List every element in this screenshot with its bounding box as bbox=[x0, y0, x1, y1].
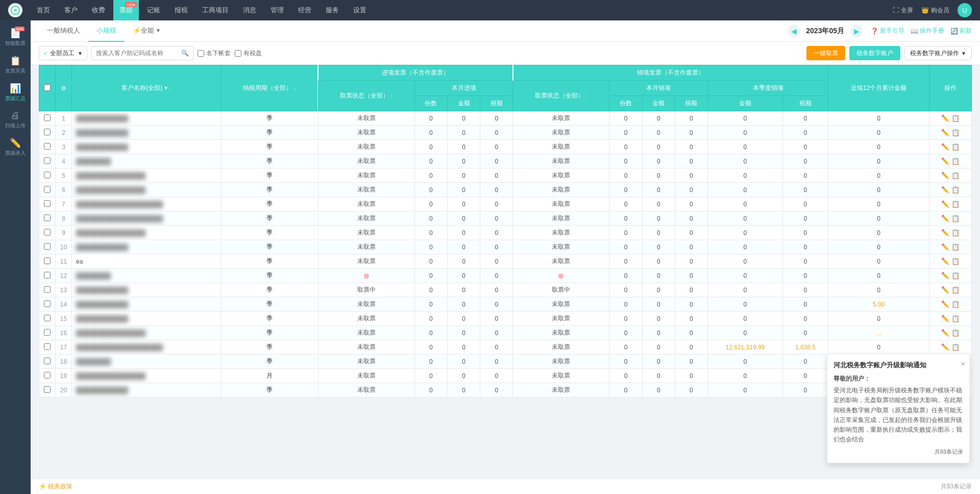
row-checkbox[interactable] bbox=[44, 372, 51, 379]
row-checkbox[interactable] bbox=[44, 157, 51, 164]
sidebar-item-smart-fetch[interactable]: 📄 智能取票 new bbox=[2, 25, 29, 50]
nav-accounting[interactable]: 记账 bbox=[141, 0, 166, 20]
row-select-cell[interactable] bbox=[39, 297, 56, 312]
manual-btn[interactable]: 📖 操作手册 bbox=[911, 27, 944, 35]
row-select-cell[interactable] bbox=[39, 326, 56, 340]
copy-icon[interactable]: 📋 bbox=[951, 143, 960, 151]
copy-icon[interactable]: 📋 bbox=[951, 129, 960, 136]
nav-tax[interactable]: 报税 bbox=[168, 0, 194, 20]
logo[interactable] bbox=[8, 3, 22, 17]
edit-icon[interactable]: ✏️ bbox=[941, 343, 949, 351]
row-checkbox[interactable] bbox=[44, 300, 51, 307]
notification-close-btn[interactable]: × bbox=[961, 358, 965, 369]
copy-icon[interactable]: 📋 bbox=[951, 243, 960, 251]
nav-ticket[interactable]: 票据 new bbox=[113, 0, 139, 20]
sidebar-item-invoice-entry[interactable]: ✏️ 票据录入 bbox=[2, 134, 29, 160]
row-checkbox[interactable] bbox=[44, 129, 51, 135]
row-checkbox[interactable] bbox=[44, 315, 51, 321]
nav-operation[interactable]: 经营 bbox=[292, 0, 317, 20]
row-checkbox[interactable] bbox=[44, 186, 51, 193]
row-checkbox[interactable] bbox=[44, 343, 51, 350]
edit-icon[interactable]: ✏️ bbox=[941, 315, 949, 322]
row-select-cell[interactable] bbox=[39, 183, 56, 197]
copy-icon[interactable]: 📋 bbox=[951, 272, 960, 279]
nav-customer[interactable]: 客户 bbox=[58, 0, 84, 20]
edit-icon[interactable]: ✏️ bbox=[941, 272, 949, 279]
edit-icon[interactable]: ✏️ bbox=[941, 229, 949, 237]
fullscreen-btn[interactable]: ⛶ 全屏 bbox=[893, 6, 913, 15]
employee-select[interactable]: ✓ 全部员工 ▼ bbox=[39, 46, 87, 60]
edit-icon[interactable]: ✏️ bbox=[941, 257, 949, 265]
select-all-col[interactable] bbox=[39, 65, 56, 111]
row-select-cell[interactable] bbox=[39, 211, 56, 226]
next-month-btn[interactable]: ▶ bbox=[850, 25, 863, 37]
tax-policy-link[interactable]: ⚡ 税务政策 bbox=[39, 482, 72, 491]
nav-manage[interactable]: 管理 bbox=[264, 0, 290, 20]
row-select-cell[interactable] bbox=[39, 269, 56, 283]
in-status-col[interactable]: 取票状态（全部） bbox=[318, 81, 414, 111]
nav-message[interactable]: 消息 bbox=[237, 0, 262, 20]
one-click-fetch-btn[interactable]: 一键取票 bbox=[806, 46, 845, 60]
row-select-cell[interactable] bbox=[39, 312, 56, 326]
nav-home[interactable]: 首页 bbox=[31, 0, 56, 20]
customer-name-col[interactable]: 客户名称(全部) ▾ bbox=[72, 65, 222, 111]
tab-general-taxpayer[interactable]: 一般纳税人 bbox=[39, 20, 88, 42]
row-checkbox[interactable] bbox=[44, 114, 51, 121]
copy-icon[interactable]: 📋 bbox=[951, 215, 960, 222]
edit-icon[interactable]: ✏️ bbox=[941, 186, 949, 194]
refresh-btn[interactable]: 🔄 刷新 bbox=[950, 27, 972, 35]
nav-settings[interactable]: 设置 bbox=[347, 0, 373, 20]
row-checkbox[interactable] bbox=[44, 215, 51, 221]
under-account-checkbox[interactable]: 名下帐套 bbox=[198, 49, 231, 58]
row-checkbox[interactable] bbox=[44, 229, 51, 236]
copy-icon[interactable]: 📋 bbox=[951, 157, 960, 165]
edit-icon[interactable]: ✏️ bbox=[941, 200, 949, 208]
row-checkbox[interactable] bbox=[44, 272, 51, 278]
copy-icon[interactable]: 📋 bbox=[951, 229, 960, 237]
nav-fee[interactable]: 收费 bbox=[86, 0, 111, 20]
row-checkbox[interactable] bbox=[44, 358, 51, 364]
edit-icon[interactable]: ✏️ bbox=[941, 172, 949, 179]
sidebar-item-invoice-summary[interactable]: 📊 票据汇总 bbox=[2, 80, 29, 105]
row-checkbox[interactable] bbox=[44, 200, 51, 207]
copy-icon[interactable]: 📋 bbox=[951, 329, 960, 337]
tab-small-scale[interactable]: 小规模 bbox=[88, 20, 125, 42]
select-all-checkbox[interactable] bbox=[44, 84, 51, 91]
customer-search[interactable]: 🔍 bbox=[91, 46, 193, 60]
edit-icon[interactable]: ✏️ bbox=[941, 114, 949, 122]
tax-digital-operate-btn[interactable]: 税务数字账户操作 ▼ bbox=[904, 46, 972, 60]
row-select-cell[interactable] bbox=[39, 240, 56, 254]
row-select-cell[interactable] bbox=[39, 197, 56, 211]
row-checkbox[interactable] bbox=[44, 243, 51, 250]
edit-icon[interactable]: ✏️ bbox=[941, 143, 949, 151]
search-input[interactable] bbox=[96, 50, 179, 57]
row-checkbox[interactable] bbox=[44, 143, 51, 150]
row-select-cell[interactable] bbox=[39, 126, 56, 140]
copy-icon[interactable]: 📋 bbox=[951, 200, 960, 208]
row-checkbox[interactable] bbox=[44, 286, 51, 293]
row-checkbox[interactable] bbox=[44, 386, 51, 393]
avatar[interactable]: U bbox=[958, 3, 972, 17]
row-select-cell[interactable] bbox=[39, 111, 56, 126]
copy-icon[interactable]: 📋 bbox=[951, 315, 960, 322]
row-checkbox[interactable] bbox=[44, 257, 51, 264]
tax-digital-account-btn[interactable]: 税务数字账户 bbox=[849, 46, 900, 60]
row-select-cell[interactable] bbox=[39, 226, 56, 240]
has-tax-disk-check[interactable] bbox=[235, 50, 241, 57]
row-select-cell[interactable] bbox=[39, 254, 56, 269]
under-account-check[interactable] bbox=[198, 50, 204, 57]
edit-icon[interactable]: ✏️ bbox=[941, 286, 949, 294]
edit-icon[interactable]: ✏️ bbox=[941, 129, 949, 136]
row-select-cell[interactable] bbox=[39, 154, 56, 169]
new-guide-btn[interactable]: ❓ 新手引导 bbox=[871, 27, 904, 35]
tab-all-type[interactable]: ⚡ 全能 ▼ bbox=[125, 20, 169, 42]
row-select-cell[interactable] bbox=[39, 340, 56, 355]
edit-icon[interactable]: ✏️ bbox=[941, 157, 949, 165]
copy-icon[interactable]: 📋 bbox=[951, 343, 960, 351]
row-checkbox[interactable] bbox=[44, 172, 51, 178]
row-select-cell[interactable] bbox=[39, 283, 56, 297]
has-tax-disk-checkbox[interactable]: 有税盘 bbox=[235, 49, 262, 58]
row-select-cell[interactable] bbox=[39, 369, 56, 383]
edit-icon[interactable]: ✏️ bbox=[941, 215, 949, 222]
copy-icon[interactable]: 📋 bbox=[951, 300, 960, 308]
